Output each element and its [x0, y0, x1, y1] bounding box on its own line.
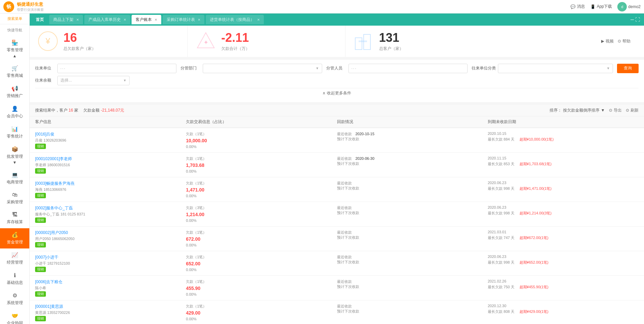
avatar: d — [617, 2, 627, 11]
sidebar-item-purchase[interactable]: 🛍 采购管理 — [0, 188, 29, 208]
due-date-cell: 2020.11.15 最长欠款 853 天 超期¥1,703.68(1笔) — [488, 156, 639, 167]
customer-name-link[interactable]: [0007]小进千 — [35, 255, 58, 260]
debt-amount-icon: ✦ — [196, 31, 216, 51]
overdue-amount-link[interactable]: 超期¥429.00(1笔) — [520, 310, 549, 314]
customer-name-link[interactable]: [0002]服务中心_丁磊 — [35, 206, 73, 210]
tab-product-shelf[interactable]: 商品上下架 ✕ — [49, 15, 83, 24]
debt-amount[interactable]: 455.90 — [186, 286, 337, 291]
table-row: [0007]小进千 小进千 18279152100 现销 欠款（1笔） 652.… — [30, 251, 644, 276]
last-payment-date: 2020-06-30 — [356, 156, 374, 160]
collapse-button[interactable]: ∧ 收起更多条件 — [35, 90, 639, 96]
next-payment-label: 预计下次收款 — [337, 137, 488, 142]
overdue-days: 最长欠款 750 天 — [488, 285, 518, 289]
debt-amount[interactable]: 652.00 — [186, 261, 337, 266]
tab-close-purchase-order[interactable]: ✕ — [198, 18, 200, 22]
sidebar-item-retail-mall[interactable]: 🛒 零售商城 — [0, 62, 29, 82]
query-button[interactable]: 查询 — [617, 64, 639, 73]
customer-name-link[interactable]: [0006]去下粮仓 — [35, 279, 62, 284]
customer-phone: 服务中心_丁磊 181 0125 8371 — [35, 212, 186, 217]
refresh-button[interactable]: ⊙ 刷新 — [626, 108, 639, 113]
message-button[interactable]: 💬 消息 — [570, 4, 585, 9]
due-date: 2021.02.26 — [488, 279, 639, 283]
filter-area: 往来单位 ··· 分管部门 ▼ 分管人员 — [30, 60, 644, 102]
table-row: [000001]黄思源 黄思源 13552700226 现销 欠款（1笔） 42… — [30, 300, 644, 324]
unit-category-select[interactable]: ▼ — [498, 64, 613, 73]
tab-close-product-shelf[interactable]: ✕ — [76, 18, 79, 22]
maximize-icon[interactable]: ⛶ — [635, 17, 640, 22]
overdue-amount-link[interactable]: 超期¥652.00(1笔) — [520, 260, 549, 264]
overdue-amount-link[interactable]: 超期¥455.90(1笔) — [520, 285, 549, 289]
total-customers-info: 131 总客户（家） — [379, 31, 596, 52]
debt-amount[interactable]: 429.00 — [186, 310, 337, 316]
overdue-amount-link[interactable]: 超期¥10,000.00(1笔) — [520, 137, 554, 141]
customer-phone: 用户2050 18665062050 — [35, 236, 186, 241]
debt-amount[interactable]: 10,000.00 — [186, 138, 337, 143]
sidebar-item-batch-management[interactable]: 📦 批发管理 ▼ — [0, 143, 29, 168]
dept-select[interactable]: ▼ — [203, 64, 322, 73]
tab-close-inbound-stats[interactable]: ✕ — [257, 18, 260, 22]
customer-name-link[interactable]: [000002]用户2050 — [35, 230, 68, 235]
purchase-icon: 🛍 — [12, 192, 18, 198]
overdue-info: 最长欠款 747 天 超期¥672.00(1笔) — [488, 235, 639, 240]
sidebar-item-operations[interactable]: 📈 经营管理 — [0, 248, 29, 269]
app-container: 搜索菜单 快捷导航 🏪 零售管理 ▲ 🛒 零售商城 📢 营销推广 👤 会员中心 … — [0, 13, 644, 324]
sidebar-item-finance[interactable]: 💰 资金管理 — [0, 228, 29, 248]
tab-product-history[interactable]: 产成品入库单历史 ✕ — [84, 15, 130, 24]
minimize-icon[interactable]: ─ — [631, 17, 634, 22]
search-menu-button[interactable]: 搜索菜单 — [0, 13, 29, 24]
chevron-down-icon2: ▼ — [13, 160, 17, 165]
debt-amount[interactable]: 1,471.00 — [186, 187, 337, 193]
filter-row-2: 往来余额 选择... ▼ — [35, 76, 639, 85]
export-button[interactable]: ⊙ 导出 — [609, 108, 622, 113]
view-video-button[interactable]: ▶ 视频 — [601, 38, 614, 44]
overdue-amount-link[interactable]: 超期¥1,214.00(3笔) — [520, 211, 552, 215]
debt-percent: 0.00% — [186, 243, 337, 247]
tab-close-product-history[interactable]: ✕ — [123, 18, 126, 22]
balance-select[interactable]: 选择... ▼ — [57, 76, 130, 85]
customer-name-link[interactable]: [000001]黄思源 — [35, 304, 63, 309]
svg-rect-4 — [355, 38, 362, 50]
tab-inbound-stats[interactable]: 进货单统计表（按商品） ✕ — [206, 15, 264, 24]
th-due-date: 到期未收款日期 — [488, 119, 639, 125]
member-icon: 👤 — [11, 106, 18, 112]
sidebar-item-ecommerce[interactable]: 💻 电商管理 — [0, 168, 29, 188]
person-input[interactable]: ··· — [348, 64, 468, 73]
tab-purchase-order[interactable]: 采购订单统计表 ✕ — [163, 15, 204, 24]
help-button[interactable]: ⊙ 帮助 — [618, 38, 631, 44]
last-payment-label: 最近收款 — [337, 181, 488, 186]
customer-name-link[interactable]: [0001020001]李老师 — [35, 156, 72, 161]
debt-info-cell: 欠款（1笔） 1,471.00 0.00% — [186, 181, 337, 198]
overdue-amount-link[interactable]: 超期¥1,703.68(1笔) — [520, 162, 552, 166]
overdue-amount-link[interactable]: 超期¥672.00(1笔) — [520, 236, 549, 240]
app-download-button[interactable]: 📱 App下载 — [590, 4, 612, 9]
debt-amount[interactable]: 1,703.68 — [186, 163, 337, 168]
sidebar-item-marketing[interactable]: 📢 营销推广 — [0, 82, 29, 102]
sort-select[interactable]: 排序： 按欠款金额倒序排序 ▼ — [550, 108, 605, 113]
overdue-days: 最长欠款 998 天 — [488, 186, 518, 190]
debt-amount-value: -2.11 — [221, 31, 337, 45]
balance-arrow-icon: ▼ — [123, 79, 127, 82]
sidebar-item-system[interactable]: ⚙ 系统管理 — [0, 289, 29, 309]
overdue-info: 最长欠款 998 天 超期¥1,214.00(3笔) — [488, 211, 639, 216]
sidebar-item-inventory[interactable]: 🏗 库存核算 — [0, 208, 29, 228]
tab-customer-account[interactable]: 客户账本 ✕ — [132, 15, 161, 24]
source-unit-input[interactable]: ··· — [57, 64, 176, 73]
debt-amount[interactable]: 1,214.00 — [186, 212, 337, 217]
customer-name-link[interactable]: [0003]畅捷服务尹海燕 — [35, 181, 75, 186]
tab-close-customer-account[interactable]: ✕ — [155, 18, 157, 22]
sidebar-item-retail-management[interactable]: 🏪 零售管理 ▲ — [0, 36, 29, 62]
last-payment-label: 最近收款 — [337, 279, 488, 284]
sidebar-item-enterprise-collab[interactable]: 🤝 企业协同 — [0, 309, 29, 324]
top-bar: 畅 畅捷通好生意 母婴行业演示账套 💬 消息 📱 App下载 d demo2 — [0, 0, 644, 13]
customer-name-link[interactable]: [0016]吕俊 — [35, 132, 54, 137]
user-menu[interactable]: d demo2 — [617, 2, 641, 11]
overdue-amount-link[interactable]: 超期¥1,471.00(1笔) — [520, 186, 552, 190]
tab-home[interactable]: 首页 — [32, 15, 48, 24]
debt-amount-label: 欠款合计（万） — [221, 46, 337, 52]
debt-amount[interactable]: 672.00 — [186, 236, 337, 242]
sidebar-item-basic-info[interactable]: ℹ 基础信息 — [0, 269, 29, 289]
sidebar-item-member-center[interactable]: 👤 会员中心 — [0, 102, 29, 122]
debt-percent: 0.00% — [186, 292, 337, 296]
sidebar-item-retail-stats[interactable]: 📊 零售统计 — [0, 122, 29, 143]
next-payment-label: 预计下次收款 — [337, 235, 488, 240]
